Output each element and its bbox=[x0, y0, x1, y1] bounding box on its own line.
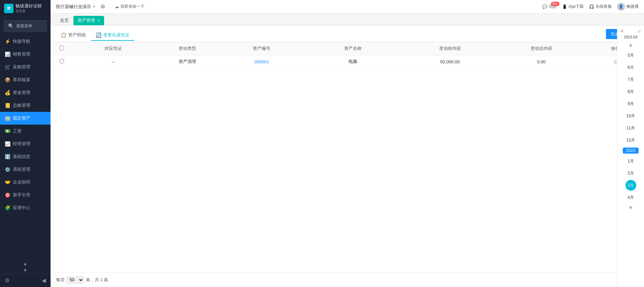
service-label: 在线客服 bbox=[595, 4, 612, 9]
company-arrow-icon: ▼ bbox=[92, 5, 96, 8]
tab-home[interactable]: 首页 bbox=[56, 16, 73, 25]
select-all-checkbox[interactable] bbox=[60, 46, 64, 50]
sidebar-item-appstore[interactable]: 🧩 应用中心 bbox=[0, 201, 51, 214]
sidebar-item-system[interactable]: ⚙️ 系统管理 bbox=[0, 163, 51, 176]
panel-scroll-down-btn[interactable]: ▼ bbox=[627, 203, 635, 212]
fixed-assets-icon: 🏢 bbox=[5, 116, 10, 121]
tab-asset-mgmt[interactable]: 资产管理 ✕ bbox=[73, 16, 104, 25]
tab-close-icon[interactable]: ✕ bbox=[97, 19, 100, 23]
feedback-icon: ☁ bbox=[115, 4, 119, 9]
row-change-type: 资产清理 bbox=[153, 55, 222, 68]
panel-month-4[interactable]: 4月 bbox=[625, 192, 636, 203]
sidebar-item-payroll[interactable]: 💵 工资 bbox=[0, 125, 51, 137]
sidebar-logo: 财 畅捷通好业财 普及版 bbox=[0, 0, 51, 17]
row-before-content: 50,000.00 bbox=[404, 55, 496, 68]
app-download-btn[interactable]: 📱 App下载 bbox=[562, 4, 584, 9]
topbar: 医疗器械行业演示 ▼ ⚙ ☁ 我要体验一下 💬 消息 99+ 📱 App下载 🎧… bbox=[51, 0, 644, 13]
content-area: 📋 资产明细 🔄 变更生成凭证 生成凭证 ▼ 对应凭证 bbox=[51, 26, 644, 287]
asset-table: 对应凭证 变动类型 资产编号 资产名称 变动前内容 变动后内容 操作 bbox=[51, 42, 644, 68]
row-after-content: 0.00 bbox=[496, 55, 587, 68]
user-btn[interactable]: 👤 畅捷通 bbox=[617, 3, 639, 11]
topbar-right: 💬 消息 99+ 📱 App下载 🎧 在线客服 👤 畅捷通 bbox=[542, 3, 639, 11]
sidebar-item-label: 资金管理 bbox=[13, 90, 30, 96]
sidebar-scroll-up[interactable]: ▲ bbox=[0, 260, 51, 267]
sidebar: 财 畅捷通好业财 普及版 🔍 搜索菜单 ⚡ 快捷导航 📊 销售管理 🛒 采购管理… bbox=[0, 0, 51, 287]
panel-close-icon[interactable]: ✕ bbox=[620, 28, 624, 34]
per-page-label: 每页 bbox=[56, 277, 65, 283]
sub-tab-asset-detail[interactable]: 📋 资产明细 bbox=[56, 30, 90, 41]
sidebar-item-operations[interactable]: 📈 经营管理 bbox=[0, 137, 51, 150]
sidebar-item-label: 固定资产 bbox=[13, 115, 30, 121]
panel-month-7[interactable]: 7月 bbox=[625, 74, 636, 85]
quicknav-icon: ⚡ bbox=[5, 39, 10, 44]
row-asset-code: 000001 bbox=[222, 55, 302, 68]
panel-month-6[interactable]: 6月 bbox=[625, 62, 636, 73]
sidebar-item-sales[interactable]: 📊 销售管理 bbox=[0, 48, 51, 61]
panel-month-10[interactable]: 10月 bbox=[625, 110, 636, 121]
panel-month-12[interactable]: 12月 bbox=[625, 135, 636, 146]
sidebar-item-label: 搜索菜单 bbox=[16, 23, 32, 29]
row-checkbox[interactable] bbox=[60, 59, 64, 63]
panel-month-11[interactable]: 11月 bbox=[625, 123, 636, 133]
funds-icon: 💰 bbox=[5, 90, 10, 95]
sidebar-item-guide[interactable]: 🎯 新手引导 bbox=[0, 189, 51, 201]
sub-tabs: 📋 资产明细 🔄 变更生成凭证 生成凭证 ▼ bbox=[51, 26, 644, 42]
sidebar-item-basic-info[interactable]: ℹ️ 基础信息 bbox=[0, 150, 51, 163]
operations-icon: 📈 bbox=[5, 141, 10, 147]
feedback-label: 我要体验一下 bbox=[120, 4, 145, 9]
sidebar-item-quicknav[interactable]: ⚡ 快捷导航 bbox=[0, 35, 51, 48]
sidebar-item-search[interactable]: 🔍 搜索菜单 bbox=[3, 20, 47, 32]
sidebar-item-label: 工资 bbox=[13, 128, 22, 134]
sidebar-item-fixed-assets[interactable]: 🏢 固定资产 bbox=[0, 112, 51, 125]
panel-month-1[interactable]: 1月 bbox=[625, 156, 636, 166]
search-icon: 🔍 bbox=[8, 23, 13, 29]
sidebar-item-enterprise[interactable]: 🤝 企业协同 bbox=[0, 176, 51, 189]
per-page-select[interactable]: 50 20 100 bbox=[67, 276, 84, 284]
appstore-icon: 🧩 bbox=[5, 205, 10, 211]
feedback-btn[interactable]: ☁ 我要体验一下 bbox=[115, 4, 145, 9]
th-voucher: 对应凭证 bbox=[73, 42, 153, 55]
sidebar-item-purchase[interactable]: 🛒 采购管理 bbox=[0, 61, 51, 73]
sidebar-item-label: 库存核算 bbox=[13, 77, 30, 83]
sidebar-item-ledger[interactable]: 📒 总账管理 bbox=[0, 99, 51, 112]
collapse-icon[interactable]: ◀ bbox=[42, 277, 46, 284]
panel-expand-icon[interactable]: ⤢ bbox=[637, 28, 641, 34]
sidebar-item-funds[interactable]: 💰 资金管理 bbox=[0, 86, 51, 99]
panel-month-8[interactable]: 8月 bbox=[625, 86, 636, 97]
sidebar-scroll-down[interactable]: ▼ bbox=[0, 267, 51, 274]
company-selector[interactable]: 医疗器械行业演示 ▼ bbox=[56, 4, 96, 10]
tab-asset-label: 资产管理 bbox=[78, 18, 95, 24]
sub-tab-change-voucher[interactable]: 🔄 变更生成凭证 bbox=[91, 30, 134, 41]
sales-icon: 📊 bbox=[5, 52, 10, 57]
service-btn[interactable]: 🎧 在线客服 bbox=[589, 4, 612, 9]
logo-subtitle: 普及版 bbox=[16, 9, 42, 13]
guide-icon: 🎯 bbox=[5, 192, 10, 198]
panel-scroll-up-btn[interactable]: ▲ bbox=[627, 40, 635, 49]
settings-icon[interactable]: ⚙ bbox=[5, 277, 9, 284]
main-area: 医疗器械行业演示 ▼ ⚙ ☁ 我要体验一下 💬 消息 99+ 📱 App下载 🎧… bbox=[51, 0, 644, 287]
user-label: 畅捷通 bbox=[626, 4, 639, 9]
sidebar-item-inventory[interactable]: 📦 库存核算 bbox=[0, 73, 51, 86]
pagination: 每页 50 20 100 条，共 1 条 bbox=[51, 273, 644, 287]
panel-month-2[interactable]: 2月 bbox=[625, 168, 636, 179]
topbar-settings-icon[interactable]: ⚙ bbox=[100, 3, 105, 10]
table-row: -- 资产清理 000001 电脑 50,000.00 0.00 🗑 bbox=[51, 55, 644, 68]
right-panel: ✕ ⤢ 2023.03 ▲ 5月 6月 7月 8月 9月 10月 11月 12月… bbox=[617, 26, 644, 287]
panel-month-5[interactable]: 5月 bbox=[625, 50, 636, 61]
purchase-icon: 🛒 bbox=[5, 64, 10, 70]
year-tag-2023[interactable]: 2023 bbox=[623, 148, 639, 154]
avatar: 👤 bbox=[617, 3, 625, 11]
app-icon: 📱 bbox=[562, 4, 567, 9]
topbar-divider bbox=[110, 4, 110, 9]
msg-btn[interactable]: 💬 消息 99+ bbox=[542, 4, 557, 9]
table-header-row: 对应凭证 变动类型 资产编号 资产名称 变动前内容 变动后内容 操作 bbox=[51, 42, 644, 55]
sidebar-item-label: 销售管理 bbox=[13, 51, 30, 57]
logo-title: 畅捷通好业财 bbox=[16, 3, 42, 9]
table-wrapper: 对应凭证 变动类型 资产编号 资产名称 变动前内容 变动后内容 操作 bbox=[51, 42, 644, 273]
panel-month-3-current[interactable]: 3月 bbox=[625, 180, 636, 191]
panel-month-9[interactable]: 9月 bbox=[625, 98, 636, 109]
company-name: 医疗器械行业演示 bbox=[56, 4, 91, 10]
tabbar: 首页 资产管理 ✕ bbox=[51, 13, 644, 26]
msg-badge: 99+ bbox=[551, 2, 559, 6]
table-body: -- 资产清理 000001 电脑 50,000.00 0.00 🗑 bbox=[51, 55, 644, 68]
